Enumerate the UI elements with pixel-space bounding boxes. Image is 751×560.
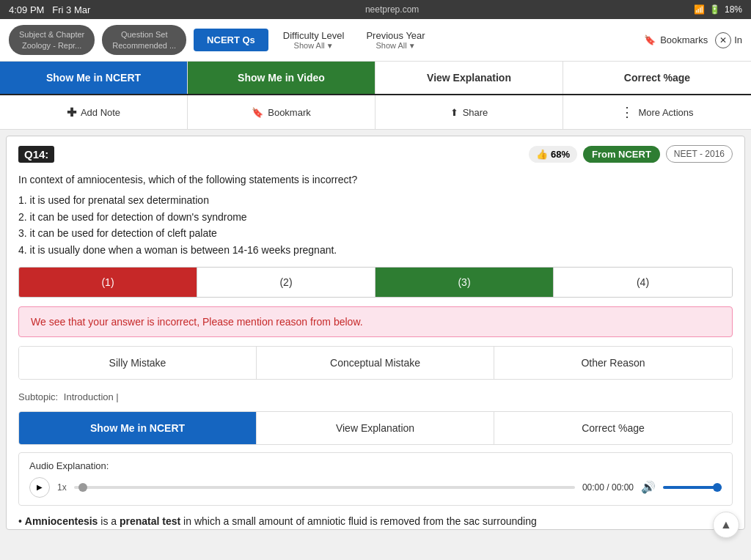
scroll-up-button[interactable]: ▲ bbox=[713, 512, 739, 538]
wifi-icon: 📶 bbox=[694, 4, 705, 15]
question-number: Q14: bbox=[18, 146, 54, 163]
close-icon: ✕ bbox=[715, 32, 731, 48]
chevron-down-icon: ▼ bbox=[409, 42, 416, 50]
from-ncert-badge: From NCERT bbox=[583, 146, 660, 163]
chevron-down-icon: ▼ bbox=[326, 42, 334, 50]
bookmark-nav-icon: 🔖 bbox=[644, 34, 656, 45]
status-battery: 📶 🔋 18% bbox=[694, 4, 742, 15]
speed-label: 1x bbox=[57, 482, 67, 493]
neet-year-badge: NEET - 2016 bbox=[666, 145, 733, 163]
play-button[interactable]: ▶ bbox=[29, 477, 50, 498]
bookmarks-button[interactable]: 🔖 Bookmarks bbox=[644, 34, 708, 45]
question-badges: 👍 68% From NCERT NEET - 2016 bbox=[529, 145, 733, 163]
bottom-view-explanation-button[interactable]: View Explanation bbox=[257, 412, 494, 444]
add-note-icon: ✚ bbox=[67, 106, 76, 119]
reason-row: Silly Mistake Conceptual Mistake Other R… bbox=[18, 346, 733, 380]
question-set-pill[interactable]: Question Set Recommended ... bbox=[102, 25, 186, 55]
share-button[interactable]: ⬆ Share bbox=[376, 95, 563, 129]
status-url: neetprep.com bbox=[365, 4, 419, 15]
thumbs-up-icon: 👍 bbox=[536, 149, 548, 160]
other-reason-button[interactable]: Other Reason bbox=[494, 347, 732, 379]
option-text-2: 2. it can be used for detection of down'… bbox=[18, 209, 733, 225]
volume-thumb bbox=[713, 483, 722, 492]
audio-progress-bar[interactable] bbox=[74, 486, 575, 489]
status-bar: 4:09 PM Fri 3 Mar neetprep.com 📶 🔋 18% bbox=[0, 0, 751, 19]
question-text: In context of amniocentesis, which of th… bbox=[7, 169, 744, 267]
volume-icon: 🔊 bbox=[641, 480, 656, 494]
audio-section: Audio Explanation: ▶ 1x 00:00 / 00:00 🔊 bbox=[18, 452, 733, 506]
bottom-correct-percentage-button[interactable]: Correct %age bbox=[494, 412, 732, 444]
action-bar-2: ✚ Add Note 🔖 Bookmark ⬆ Share ⋮ More Act… bbox=[0, 95, 751, 130]
option-text-4: 4. it is usually done when a woman is be… bbox=[18, 242, 733, 258]
incorrect-alert: We see that your answer is incorrect, Pl… bbox=[18, 306, 733, 337]
audio-player: ▶ 1x 00:00 / 00:00 🔊 bbox=[29, 477, 722, 498]
audio-explanation-label: Audio Explanation: bbox=[29, 460, 722, 471]
share-icon: ⬆ bbox=[450, 107, 458, 118]
previous-year[interactable]: Previous Year Show All ▼ bbox=[359, 26, 432, 54]
explanation-text-preview: • Amniocentesis is a prenatal test in wh… bbox=[18, 513, 733, 529]
view-explanation-button[interactable]: View Explanation bbox=[376, 62, 563, 94]
volume-bar[interactable] bbox=[663, 486, 722, 489]
conceptual-mistake-button[interactable]: Conceptual Mistake bbox=[257, 347, 494, 379]
bookmark-button[interactable]: 🔖 Bookmark bbox=[188, 95, 376, 129]
subtopic-row: Subtopic: Introduction | bbox=[7, 388, 744, 411]
audio-progress-thumb bbox=[78, 483, 87, 492]
add-note-button[interactable]: ✚ Add Note bbox=[0, 95, 188, 129]
like-badge: 👍 68% bbox=[529, 146, 577, 163]
question-header: Q14: 👍 68% From NCERT NEET - 2016 bbox=[7, 136, 744, 169]
answer-option-3[interactable]: (3) bbox=[376, 268, 554, 297]
action-bar-1: Show Me in NCERT Show Me in Video View E… bbox=[0, 62, 751, 95]
chevron-up-icon: ▲ bbox=[720, 518, 732, 531]
play-icon: ▶ bbox=[37, 483, 43, 491]
question-card: Q14: 👍 68% From NCERT NEET - 2016 In con… bbox=[6, 136, 745, 530]
amniocentesis-term: Amniocentesis bbox=[25, 515, 98, 527]
battery-icon: 🔋 bbox=[709, 4, 720, 15]
answer-option-1[interactable]: (1) bbox=[19, 268, 197, 297]
show-me-in-ncert-button[interactable]: Show Me in NCERT bbox=[0, 62, 188, 94]
prenatal-test-term: prenatal test bbox=[120, 515, 180, 527]
bottom-show-ncert-button[interactable]: Show Me in NCERT bbox=[19, 412, 257, 444]
more-actions-button[interactable]: ⋮ More Actions bbox=[563, 95, 751, 129]
bottom-action-bar: Show Me in NCERT View Explanation Correc… bbox=[18, 411, 733, 445]
status-time: 4:09 PM Fri 3 Mar bbox=[9, 4, 90, 15]
option-text-3: 3. it can be used for detection of cleft… bbox=[18, 225, 733, 241]
bullet-icon: • bbox=[18, 515, 25, 527]
current-time: 00:00 / 00:00 bbox=[582, 482, 634, 493]
bookmark-icon: 🔖 bbox=[252, 107, 263, 118]
top-nav: Subject & Chapter Zoology - Repr... Ques… bbox=[0, 19, 751, 62]
ncert-qs-button[interactable]: NCERT Qs bbox=[194, 29, 268, 51]
option-text-1: 1. it is used for prenatal sex determina… bbox=[18, 192, 733, 208]
difficulty-level[interactable]: Difficulty Level Show All ▼ bbox=[276, 26, 352, 54]
silly-mistake-button[interactable]: Silly Mistake bbox=[19, 347, 257, 379]
subject-chapter-pill[interactable]: Subject & Chapter Zoology - Repr... bbox=[9, 25, 95, 55]
show-me-in-video-button[interactable]: Show Me in Video bbox=[188, 62, 376, 94]
correct-percentage-button[interactable]: Correct %age bbox=[563, 62, 751, 94]
answer-option-4[interactable]: (4) bbox=[554, 268, 732, 297]
close-button[interactable]: ✕ In bbox=[715, 32, 742, 48]
answer-options: (1) (2) (3) (4) bbox=[18, 267, 733, 298]
answer-option-2[interactable]: (2) bbox=[197, 268, 376, 297]
more-actions-icon: ⋮ bbox=[620, 104, 634, 120]
